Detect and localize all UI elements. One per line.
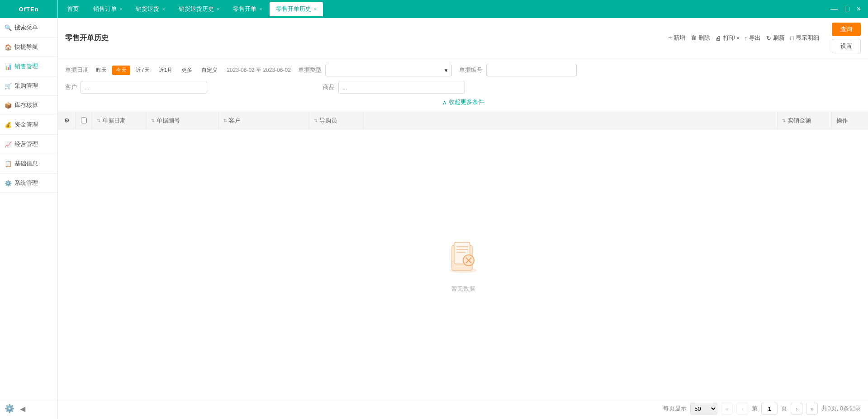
settings-button[interactable]: ⚙️ (5, 404, 14, 414)
th-action-label: 操作 (836, 117, 848, 125)
export-button[interactable]: ↑ 导出 (745, 34, 761, 42)
tab-retail-open-label: 零售开单 (233, 5, 256, 13)
select-all-checkbox[interactable] (81, 118, 87, 123)
date-btn-7days[interactable]: 近7天 (132, 66, 153, 75)
table-settings-button[interactable]: ⚙ (58, 112, 76, 129)
maximize-button[interactable]: □ (843, 4, 851, 14)
per-page-select[interactable]: 50 10 20 100 (690, 403, 717, 414)
tab-sales-return-history-label: 销货退货历史 (179, 5, 214, 13)
sidebar-item-label: 基础信息 (14, 160, 38, 168)
th-action: 操作 (832, 112, 868, 129)
table-select-all[interactable] (76, 112, 92, 129)
date-filter-label: 单据日期 (65, 66, 89, 74)
th-guide: ⇅ 导购员 (309, 112, 364, 129)
sidebar-item-basic-info[interactable]: 📋 基础信息 (0, 154, 57, 174)
page-title: 零售开单历史 (65, 33, 669, 43)
sort-number-icon[interactable]: ⇅ (151, 118, 155, 123)
th-customer: ⇅ 客户 (219, 112, 309, 129)
filter-area: 单据日期 昨天 今天 近7天 近1月 更多 自定义 2023-06-02 至 2… (58, 58, 868, 112)
tab-sales-order[interactable]: 销售订单 × (87, 2, 128, 16)
customer-input[interactable]: ... (81, 81, 207, 94)
filter-goods: 商品 ... (323, 81, 465, 94)
delete-button[interactable]: 🗑 删除 (691, 34, 710, 42)
tab-sales-return[interactable]: 销货退货 × (129, 2, 171, 16)
sidebar-item-label: 库存核算 (14, 101, 38, 109)
tab-home[interactable]: 首页 (60, 2, 86, 16)
filter-collapse-button[interactable]: ∧ 收起更多条件 (65, 98, 861, 106)
goods-input[interactable]: ... (338, 81, 465, 94)
page-suffix: 页 (781, 405, 787, 413)
search-label: 搜索采单 (14, 24, 38, 32)
sidebar-item-finance[interactable]: 💰 资金管理 (0, 115, 57, 135)
tab-sales-return-history-close[interactable]: × (217, 6, 219, 12)
sort-date-icon[interactable]: ⇅ (97, 118, 100, 123)
first-page-button[interactable]: « (721, 403, 733, 414)
empty-state: 暂无数据 (58, 129, 868, 398)
refresh-icon: ↻ (766, 35, 771, 42)
date-btn-custom[interactable]: 自定义 (198, 66, 221, 75)
tab-home-label: 首页 (67, 5, 79, 13)
print-button[interactable]: 🖨 🖨 打印 打印 ▾ (716, 34, 739, 42)
next-page-button[interactable]: › (791, 403, 802, 414)
page-number-input[interactable] (761, 403, 778, 414)
tab-retail-open[interactable]: 零售开单 × (227, 2, 268, 16)
th-number-label: 单据编号 (157, 117, 180, 125)
sidebar-item-purchase-mgmt[interactable]: 🛒 采购管理 (0, 76, 57, 96)
th-customer-label: 客户 (229, 117, 241, 125)
sidebar-item-operation[interactable]: 📈 经营管理 (0, 135, 57, 154)
page-label: 第 (752, 405, 758, 413)
query-button[interactable]: 查询 (832, 23, 861, 36)
filter-date: 单据日期 昨天 今天 近7天 近1月 更多 自定义 2023-06-02 至 2… (65, 66, 291, 75)
sort-guide-icon[interactable]: ⇅ (314, 118, 318, 123)
sort-amount-icon[interactable]: ⇅ (782, 118, 786, 123)
tab-sales-return-label: 销货退货 (136, 5, 159, 13)
sidebar-item-sys-mgmt[interactable]: ⚙️ 系统管理 (0, 174, 57, 193)
table-area: ⚙ ⇅ 单据日期 ⇅ 单据编号 ⇅ 客户 ⇅ (58, 112, 868, 398)
date-btn-more[interactable]: 更多 (178, 66, 196, 75)
prev-page-button[interactable]: ‹ (736, 403, 748, 414)
display-detail-button[interactable]: □ 显示明细 (790, 34, 819, 42)
tab-sales-return-close[interactable]: × (162, 6, 165, 12)
sidebar-item-inventory[interactable]: 📦 库存核算 (0, 96, 57, 115)
doc-type-label: 单据类型 (298, 66, 322, 74)
close-window-button[interactable]: × (855, 4, 863, 14)
tab-sales-return-history[interactable]: 销货退货历史 × (172, 2, 226, 16)
add-button[interactable]: + 新增 (669, 34, 685, 42)
refresh-button[interactable]: ↻ 刷新 (766, 34, 785, 42)
date-range-display: 2023-06-02 至 2023-06-02 (227, 66, 290, 74)
pagination: 每页显示 50 10 20 100 « ‹ 第 页 › » 共0页, 0条记录 (58, 398, 868, 419)
customer-label: 客户 (65, 83, 77, 91)
th-date: ⇅ 单据日期 (92, 112, 147, 129)
sidebar-item-sales-mgmt[interactable]: 📊 销售管理 (0, 57, 57, 76)
setting-button[interactable]: 设置 (832, 39, 861, 53)
print-dropdown-icon[interactable]: ▾ (737, 36, 739, 41)
th-spacer (364, 112, 778, 129)
sidebar-item-quick-nav[interactable]: 🏠 快捷导航 (0, 38, 57, 57)
tab-sales-order-label: 销售订单 (93, 5, 117, 13)
doc-type-select[interactable]: ▾ (325, 64, 452, 76)
filter-row-1: 单据日期 昨天 今天 近7天 近1月 更多 自定义 2023-06-02 至 2… (65, 64, 861, 76)
search-menu-item[interactable]: 🔍 搜索采单 (0, 18, 57, 38)
tab-retail-open-history[interactable]: 零售开单历史 × (270, 2, 323, 16)
table-header: ⚙ ⇅ 单据日期 ⇅ 单据编号 ⇅ 客户 ⇅ (58, 112, 868, 129)
sort-customer-icon[interactable]: ⇅ (223, 118, 227, 123)
tab-sales-order-close[interactable]: × (119, 6, 122, 12)
date-btn-yesterday[interactable]: 昨天 (92, 66, 110, 75)
sidebar-item-label: 销售管理 (14, 62, 38, 71)
tab-retail-open-history-close[interactable]: × (314, 6, 317, 12)
last-page-button[interactable]: » (806, 403, 818, 414)
collapse-sidebar-button[interactable]: ◀ (20, 405, 25, 413)
sidebar-item-label: 快捷导航 (14, 43, 38, 51)
filter-row-2: 客户 ... 商品 ... (65, 81, 861, 94)
minimize-button[interactable]: — (829, 4, 840, 14)
main-area: 首页 销售订单 × 销货退货 × 销货退货历史 × 零售开单 × 零售开单历史 … (58, 0, 868, 419)
tab-retail-open-close[interactable]: × (259, 6, 262, 12)
empty-text: 暂无数据 (451, 285, 475, 293)
collapse-icon: ∧ (442, 99, 447, 106)
empty-state-icon (441, 234, 486, 279)
doc-number-input[interactable] (486, 64, 577, 76)
date-btn-today[interactable]: 今天 (112, 66, 130, 75)
date-btn-1month[interactable]: 近1月 (155, 66, 176, 75)
doc-number-label: 单据编号 (459, 66, 483, 74)
doc-type-dropdown-icon: ▾ (445, 67, 448, 74)
